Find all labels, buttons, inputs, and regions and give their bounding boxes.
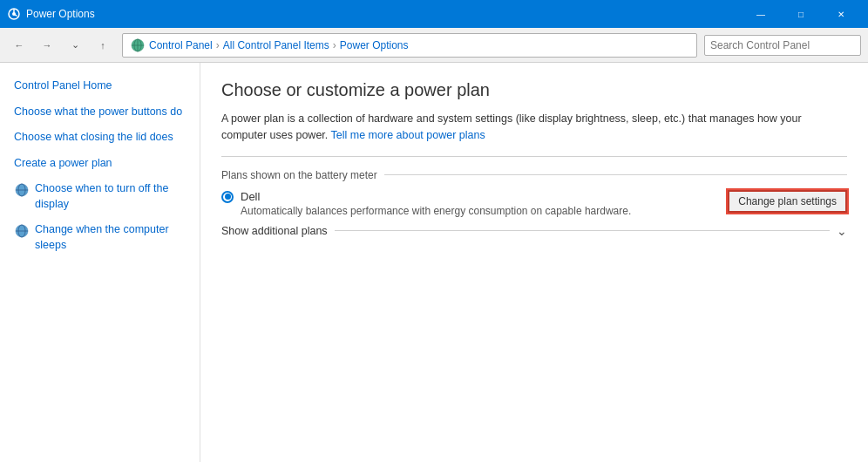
- page-title: Choose or customize a power plan: [221, 80, 847, 100]
- show-additional-label[interactable]: Show additional plans: [221, 225, 328, 237]
- window-title: Power Options: [26, 8, 736, 20]
- sidebar: Control Panel Home Choose what the power…: [0, 63, 200, 462]
- main-layout: Control Panel Home Choose what the power…: [0, 63, 868, 462]
- plan-name-row: Dell: [221, 190, 631, 203]
- plan-row-dell: Dell Automatically balances performance …: [221, 190, 847, 217]
- forward-button[interactable]: →: [35, 33, 59, 58]
- sidebar-item-computer-sleeps[interactable]: Change when the computer sleeps: [0, 217, 200, 258]
- address-bar: Control Panel › All Control Panel Items …: [122, 33, 697, 58]
- chevron-down-icon[interactable]: ⌄: [837, 224, 847, 238]
- breadcrumb-control-panel[interactable]: Control Panel: [149, 39, 213, 51]
- description-text: A power plan is a collection of hardware…: [221, 112, 802, 141]
- svg-point-1: [12, 12, 16, 16]
- sidebar-label-turn-off-display: Choose when to turn off the display: [35, 181, 186, 212]
- content-area: Choose or customize a power plan A power…: [200, 63, 868, 462]
- recent-locations-button[interactable]: ⌄: [63, 33, 87, 58]
- show-additional-plans-row: Show additional plans ⌄: [221, 224, 847, 238]
- plan-description: Automatically balances performance with …: [241, 205, 631, 217]
- close-button[interactable]: ✕: [821, 0, 861, 28]
- additional-plans-line: [335, 230, 830, 231]
- breadcrumb-power-options[interactable]: Power Options: [340, 39, 409, 51]
- plan-radio-dell[interactable]: [221, 191, 234, 203]
- window-controls: — □ ✕: [741, 0, 861, 28]
- sidebar-label-power-buttons: Choose what the power buttons do: [14, 105, 182, 120]
- learn-more-link[interactable]: Tell me more about power plans: [331, 129, 485, 141]
- sidebar-item-closing-lid[interactable]: Choose what closing the lid does: [0, 125, 200, 151]
- sidebar-item-turn-off-display[interactable]: Choose when to turn off the display: [0, 176, 200, 217]
- display-icon: [14, 182, 30, 203]
- sidebar-label-closing-lid: Choose what closing the lid does: [14, 130, 173, 146]
- minimize-button[interactable]: —: [741, 0, 781, 28]
- up-button[interactable]: ↑: [91, 33, 115, 58]
- globe-icon: [130, 37, 146, 53]
- sidebar-label-computer-sleeps: Change when the computer sleeps: [35, 222, 186, 253]
- sidebar-label-create-power-plan: Create a power plan: [14, 156, 112, 172]
- sidebar-item-power-buttons[interactable]: Choose what the power buttons do: [0, 99, 200, 126]
- sidebar-item-create-power-plan[interactable]: Create a power plan: [0, 151, 200, 177]
- navigation-bar: ← → ⌄ ↑ Control Panel › All Control Pane…: [0, 28, 868, 63]
- section-label-text: Plans shown on the battery meter: [221, 169, 377, 181]
- plan-info: Dell Automatically balances performance …: [221, 190, 631, 217]
- search-input[interactable]: [704, 35, 861, 56]
- back-button[interactable]: ←: [7, 33, 31, 58]
- section-label-battery-meter: Plans shown on the battery meter: [221, 169, 847, 181]
- change-plan-settings-button[interactable]: Change plan settings: [728, 190, 847, 213]
- maximize-button[interactable]: □: [781, 0, 821, 28]
- title-bar: Power Options — □ ✕: [0, 0, 868, 28]
- breadcrumb: Control Panel › All Control Panel Items …: [149, 39, 408, 51]
- divider-1: [221, 156, 847, 157]
- sidebar-label-control-panel-home: Control Panel Home: [14, 78, 112, 94]
- app-icon: [7, 7, 21, 21]
- sleep-icon: [14, 223, 30, 244]
- sidebar-item-control-panel-home[interactable]: Control Panel Home: [0, 73, 200, 99]
- content-description: A power plan is a collection of hardware…: [221, 111, 847, 144]
- breadcrumb-all-items[interactable]: All Control Panel Items: [223, 39, 329, 51]
- plan-name: Dell: [241, 190, 260, 203]
